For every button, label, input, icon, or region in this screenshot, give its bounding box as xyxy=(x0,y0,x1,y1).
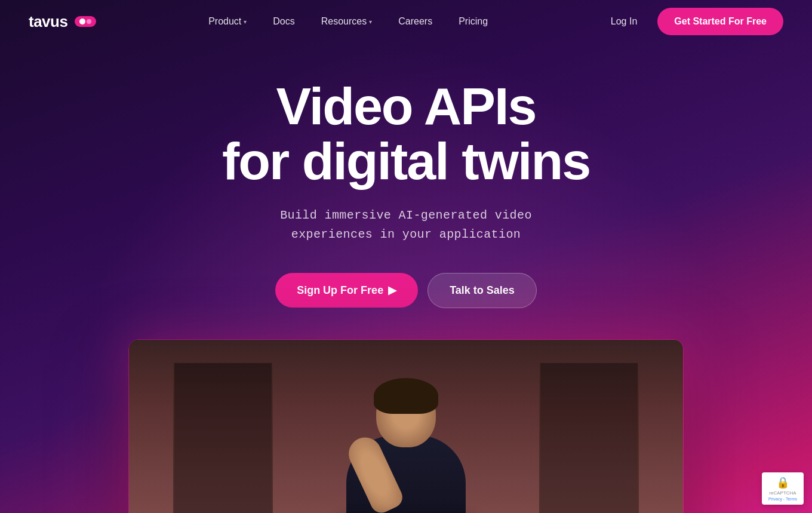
nav-right: Log In Get Started For Free xyxy=(600,8,783,35)
login-button[interactable]: Log In xyxy=(600,11,648,32)
hero-title: Video APIs for digital twins xyxy=(0,79,812,189)
video-frame: Try talking to Carter xyxy=(129,340,683,513)
hero-section: Video APIs for digital twins Build immer… xyxy=(0,43,812,513)
video-container: Try talking to Carter xyxy=(128,339,684,513)
navbar: tavus Product ▾ Docs Resources ▾ Careers xyxy=(0,0,812,43)
recaptcha-logo: 🔒 xyxy=(776,476,789,489)
nav-link-pricing[interactable]: Pricing xyxy=(448,11,499,32)
signup-button[interactable]: Sign Up For Free ▶ xyxy=(275,273,418,308)
hero-subtitle: Build immersive AI-generated video exper… xyxy=(0,206,812,244)
play-icon: ▶ xyxy=(388,284,396,297)
get-started-button[interactable]: Get Started For Free xyxy=(657,8,783,35)
person-hair xyxy=(374,378,438,414)
recaptcha-badge: 🔒 reCAPTCHA Privacy - Terms xyxy=(762,472,804,505)
person-figure xyxy=(310,370,502,513)
recaptcha-label: reCAPTCHA xyxy=(769,490,796,496)
nav-link-careers[interactable]: Careers xyxy=(387,11,443,32)
hero-buttons: Sign Up For Free ▶ Talk to Sales xyxy=(0,273,812,308)
logo-dot-left xyxy=(79,19,85,24)
logo-text: tavus xyxy=(29,13,67,31)
logo-dot-right xyxy=(87,19,91,24)
nav-link-resources[interactable]: Resources ▾ xyxy=(310,11,383,32)
talk-sales-button[interactable]: Talk to Sales xyxy=(427,273,537,308)
recaptcha-links: Privacy - Terms xyxy=(768,497,797,501)
chevron-down-icon-2: ▾ xyxy=(369,19,372,25)
nav-link-docs[interactable]: Docs xyxy=(262,11,305,32)
nav-links: Product ▾ Docs Resources ▾ Careers Prici… xyxy=(198,11,499,32)
nav-link-product[interactable]: Product ▾ xyxy=(198,11,257,32)
logo[interactable]: tavus xyxy=(29,13,96,31)
chevron-down-icon: ▾ xyxy=(244,19,247,25)
logo-icon xyxy=(75,16,96,27)
